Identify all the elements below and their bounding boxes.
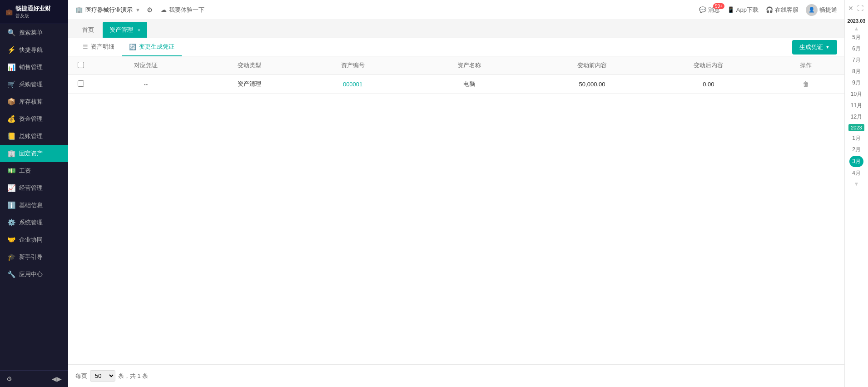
sales-icon: 📊 [7, 63, 15, 71]
topbar-right: 💬 消息 99+ 📱 App下载 🎧 在线客服 👤 畅捷通 [699, 4, 837, 16]
tab-home[interactable]: 首页 [75, 22, 101, 38]
sidebar-scroll: 🔍搜索菜单⚡快捷导航📊销售管理🛒采购管理📦库存核算💰资金管理📒总账管理🏢固定资产… [0, 24, 68, 370]
subtab-asset-detail-label: 资产明细 [91, 43, 114, 51]
right-panel-header: ✕ ⛶ [845, 0, 868, 16]
month-item-3月[interactable]: 3月 [849, 156, 864, 167]
sidebar-item-funds[interactable]: 💰资金管理 [0, 110, 68, 128]
inventory-icon: 📦 [7, 98, 15, 106]
collapse-icon[interactable]: ◀▶ [52, 375, 62, 382]
cloud-icon: ☁ [161, 6, 167, 13]
generate-voucher-btn[interactable]: 生成凭证 ▼ [792, 40, 837, 55]
sidebar-label-sales: 销售管理 [19, 63, 43, 71]
list-icon: ☰ [83, 44, 88, 50]
app-download-btn[interactable]: 📱 App下载 [727, 6, 759, 14]
tab-close-icon[interactable]: × [138, 27, 140, 33]
gear-icon[interactable]: ⚙ [147, 6, 153, 14]
messages-btn[interactable]: 💬 消息 99+ [699, 6, 720, 14]
topbar: 🏢 医疗器械行业演示 ▼ ⚙ ☁ 我要体验一下 💬 消息 99+ 📱 App下载… [68, 0, 844, 20]
sidebar-label-collab: 企业协同 [19, 236, 43, 244]
app-logo: 💼 畅捷通好业财 普及版 [0, 0, 68, 24]
refresh-icon: 🔄 [129, 44, 136, 50]
row-before: 50,000.00 [534, 75, 650, 94]
delete-icon[interactable]: 🗑 [803, 80, 809, 88]
sidebar-item-salary[interactable]: 💵工资 [0, 162, 68, 179]
nav-icon: ⚡ [7, 46, 15, 54]
company-selector[interactable]: 🏢 医疗器械行业演示 ▼ [75, 6, 140, 14]
scroll-down-btn[interactable]: ▼ [847, 181, 867, 187]
company-name: 医疗器械行业演示 [85, 6, 133, 14]
col-header-before: 变动前内容 [534, 56, 650, 75]
sidebar-label-fixed: 固定资产 [19, 149, 43, 158]
row-checkbox[interactable] [78, 80, 84, 87]
month-item-1月[interactable]: 1月 [847, 133, 867, 144]
month-item-7月[interactable]: 7月 [847, 55, 867, 66]
scroll-up-btn[interactable]: ▲ [847, 25, 867, 32]
message-icon: 💬 [699, 6, 706, 13]
badge-count: 99+ [713, 3, 724, 9]
logo-title: 畅捷通好业财 [15, 5, 51, 13]
sidebar-item-search[interactable]: 🔍搜索菜单 [0, 24, 68, 41]
row-name: 电脑 [405, 75, 534, 94]
salary-icon: 💵 [7, 167, 15, 175]
page-size-select[interactable]: 102050100 [90, 370, 115, 382]
sidebar-item-sales[interactable]: 📊销售管理 [0, 59, 68, 76]
sidebar-item-collab[interactable]: 🤝企业协同 [0, 231, 68, 248]
subtab-actions: 生成凭证 ▼ [792, 40, 837, 55]
subtab-asset-detail[interactable]: ☰ 资产明细 [75, 38, 122, 56]
table-container: 对应凭证 变动类型 资产编号 资产名称 变动前内容 变动后内容 操作 -- 资产… [68, 56, 844, 364]
fixed-icon: 🏢 [7, 149, 15, 158]
select-all-checkbox[interactable] [78, 62, 84, 68]
dropdown-arrow-icon: ▼ [825, 45, 830, 50]
sidebar-item-nav[interactable]: ⚡快捷导航 [0, 41, 68, 59]
row-action: 🗑 [767, 75, 844, 94]
sidebar-item-base[interactable]: ℹ️基础信息 [0, 197, 68, 214]
row-after: 0.00 [650, 75, 767, 94]
tab-home-label: 首页 [82, 26, 94, 33]
tab-asset-mgmt[interactable]: 资产管理 × [103, 22, 147, 38]
sidebar-label-inventory: 库存核算 [19, 98, 43, 106]
col-header-voucher: 对应凭证 [94, 56, 198, 75]
month-item-8月[interactable]: 8月 [847, 66, 867, 77]
username: 畅捷通 [819, 6, 837, 14]
month-item-5月[interactable]: 5月 [847, 32, 867, 43]
sidebar-item-operations[interactable]: 📈经营管理 [0, 179, 68, 197]
experience-link[interactable]: ☁ 我要体验一下 [161, 6, 204, 14]
ledger-icon: 📒 [7, 132, 15, 140]
sidebar-item-purchase[interactable]: 🛒采购管理 [0, 76, 68, 93]
user-menu[interactable]: 👤 畅捷通 [806, 4, 837, 16]
settings-icon[interactable]: ⚙ [6, 375, 12, 382]
right-panel-close-btn[interactable]: ✕ [847, 4, 854, 13]
col-header-code: 资产编号 [301, 56, 405, 75]
app-download-label: App下载 [736, 6, 759, 14]
right-panel-year-label: 2023.03 [847, 16, 867, 25]
sidebar-label-base: 基础信息 [19, 201, 43, 209]
sidebar-item-fixed[interactable]: 🏢固定资产 [0, 145, 68, 162]
sidebar-item-guide[interactable]: 🎓新手引导 [0, 248, 68, 266]
right-panel: ✕ ⛶ 2023.03▲5月6月7月8月9月10月11月12月20231月2月3… [844, 0, 868, 387]
month-item-11月[interactable]: 11月 [847, 100, 867, 111]
sidebar-label-system: 系统管理 [19, 218, 43, 227]
sidebar-item-inventory[interactable]: 📦库存核算 [0, 93, 68, 110]
month-item-9月[interactable]: 9月 [847, 77, 867, 89]
guide-icon: 🎓 [7, 253, 15, 261]
sidebar-item-apps[interactable]: 🔧应用中心 [0, 266, 68, 283]
collab-icon: 🤝 [7, 236, 15, 244]
subtabs: ☰ 资产明细 🔄 变更生成凭证 生成凭证 ▼ [68, 38, 844, 56]
month-item-12月[interactable]: 12月 [847, 111, 867, 123]
month-item-6月[interactable]: 6月 [847, 43, 867, 55]
content-area: ☰ 资产明细 🔄 变更生成凭证 生成凭证 ▼ [68, 38, 844, 387]
sidebar-label-guide: 新手引导 [19, 253, 43, 261]
right-panel-expand-btn[interactable]: ⛶ [856, 4, 864, 13]
sidebar-item-ledger[interactable]: 📒总账管理 [0, 128, 68, 145]
online-service-btn[interactable]: 🎧 在线客服 [766, 6, 799, 14]
col-header-type: 变动类型 [198, 56, 301, 75]
avatar: 👤 [806, 4, 818, 16]
sidebar-label-funds: 资金管理 [19, 115, 43, 123]
dropdown-arrow-icon: ▼ [135, 7, 140, 13]
subtab-change-voucher[interactable]: 🔄 变更生成凭证 [122, 38, 182, 56]
month-item-2月[interactable]: 2月 [847, 144, 867, 155]
logo-icon: 💼 [5, 9, 13, 15]
sidebar-item-system[interactable]: ⚙️系统管理 [0, 214, 68, 231]
month-item-10月[interactable]: 10月 [847, 89, 867, 100]
month-item-4月[interactable]: 4月 [847, 168, 867, 179]
